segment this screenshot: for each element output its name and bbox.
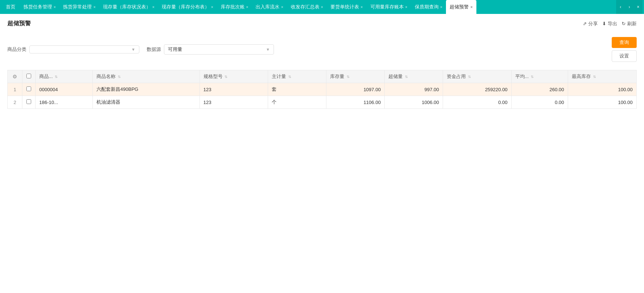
row-select-1[interactable] (26, 99, 31, 104)
nav-close-6[interactable]: × (321, 5, 323, 9)
page-title: 超储预警 (7, 20, 31, 27)
share-icon: ⇗ (583, 21, 587, 26)
sort-icon-stock[interactable]: ⇅ (347, 75, 350, 79)
nav-tab-9[interactable]: 保质期查询 × (411, 0, 446, 14)
filter-bar: 商品分类 ▼ 数据源 可用量 ▼ 查询 设置 (7, 33, 637, 66)
gear-icon[interactable]: ⚙ (12, 74, 17, 79)
nav-tab-2[interactable]: 现存量（库存状况表） × (99, 0, 158, 14)
nav-tab-10[interactable]: 超储预警 × (446, 0, 476, 14)
col-overstock: 超储量 ⇅ (385, 70, 443, 83)
top-nav: 首页 拣货任务管理 × 拣货异常处理 × 现存量（库存状况表） × 现存量（库存… (0, 0, 644, 14)
table-body: 1 0000004 六配套新昌490BPG 123 套 1097.00 997.… (8, 83, 637, 109)
refresh-button[interactable]: ↻ 刷新 (622, 21, 637, 27)
share-button[interactable]: ⇗ 分享 (583, 21, 598, 27)
sort-icon-overstock[interactable]: ⇅ (405, 75, 408, 79)
nav-tab-4[interactable]: 库存批次账 × (217, 0, 252, 14)
row-avg-0: 260.00 (511, 83, 568, 96)
nav-next-button[interactable]: › (625, 0, 634, 14)
export-button[interactable]: ⬇ 导出 (602, 21, 617, 27)
page-content: 超储预警 ⇗ 分享 ⬇ 导出 ↻ 刷新 商品分类 ▼ 数据源 (0, 14, 644, 115)
refresh-icon: ↻ (622, 21, 626, 26)
datasource-label: 数据源 (147, 46, 161, 53)
nav-close-1[interactable]: × (93, 5, 95, 9)
sort-icon-name[interactable]: ⇅ (118, 75, 121, 79)
header-actions: ⇗ 分享 ⬇ 导出 ↻ 刷新 (583, 21, 637, 27)
export-label: 导出 (608, 21, 617, 27)
row-select-0[interactable] (26, 86, 31, 91)
nav-tab-7[interactable]: 要货单统计表 × (327, 0, 366, 14)
table-row: 1 0000004 六配套新昌490BPG 123 套 1097.00 997.… (8, 83, 637, 96)
category-filter: 商品分类 ▼ (7, 45, 139, 53)
nav-close-all-button[interactable]: × (634, 0, 643, 14)
data-table: ⚙ 商品... ⇅ 商品名称 ⇅ 规格型号 ⇅ 主计量 (7, 70, 637, 109)
row-capital-1: 0.00 (443, 96, 511, 109)
row-overstock-1: 1006.00 (385, 96, 443, 109)
row-name-1: 机油滤清器 (93, 96, 200, 109)
nav-close-0[interactable]: × (54, 5, 56, 9)
row-capital-0: 259220.00 (443, 83, 511, 96)
sort-icon-capital[interactable]: ⇅ (468, 75, 471, 79)
row-unit-0: 套 (268, 83, 326, 96)
col-maxstock: 最高库存 ⇅ (568, 70, 637, 83)
nav-tab-1[interactable]: 拣货异常处理 × (59, 0, 99, 14)
row-stock-0: 1097.00 (326, 83, 385, 96)
row-checkbox-0 (22, 83, 36, 96)
nav-tab-0[interactable]: 拣货任务管理 × (20, 0, 59, 14)
nav-close-5[interactable]: × (281, 5, 283, 9)
row-stock-1: 1106.00 (326, 96, 385, 109)
sort-icon-maxstock[interactable]: ⇅ (593, 75, 596, 79)
row-code-0: 0000004 (36, 83, 93, 96)
nav-close-2[interactable]: × (152, 5, 154, 9)
settings-button[interactable]: 设置 (612, 50, 637, 62)
nav-prev-button[interactable]: ‹ (616, 0, 625, 14)
sort-icon-code[interactable]: ⇅ (55, 75, 58, 79)
nav-tab-5[interactable]: 出入库流水 × (252, 0, 287, 14)
nav-close-4[interactable]: × (246, 5, 248, 9)
datasource-select[interactable]: 可用量 ▼ (164, 44, 274, 55)
refresh-label: 刷新 (627, 21, 637, 27)
row-name-0: 六配套新昌490BPG (93, 83, 200, 96)
nav-close-8[interactable]: × (405, 5, 407, 9)
datasource-value: 可用量 (168, 46, 182, 53)
col-capital: 资金占用 ⇅ (443, 70, 511, 83)
col-name: 商品名称 ⇅ (93, 70, 200, 83)
row-maxstock-0: 100.00 (568, 83, 637, 96)
query-button[interactable]: 查询 (612, 37, 637, 48)
col-checkbox (22, 70, 36, 83)
table-header-row: ⚙ 商品... ⇅ 商品名称 ⇅ 规格型号 ⇅ 主计量 (8, 70, 637, 83)
nav-tab-6[interactable]: 收发存汇总表 × (287, 0, 327, 14)
sort-icon-spec[interactable]: ⇅ (224, 75, 227, 79)
share-label: 分享 (588, 21, 598, 27)
row-spec-1: 123 (200, 96, 268, 109)
nav-close-7[interactable]: × (361, 5, 363, 9)
row-overstock-0: 997.00 (385, 83, 443, 96)
nav-close-10[interactable]: × (470, 5, 472, 9)
row-maxstock-1: 100.00 (568, 96, 637, 109)
row-num-0: 1 (8, 83, 22, 96)
col-unit: 主计量 ⇅ (268, 70, 326, 83)
col-code: 商品... ⇅ (36, 70, 93, 83)
nav-close-3[interactable]: × (211, 5, 213, 9)
export-icon: ⬇ (602, 21, 606, 26)
chevron-down-icon: ▼ (131, 47, 135, 52)
sort-icon-unit[interactable]: ⇅ (288, 75, 291, 79)
table-row: 2 186-10... 机油滤清器 123 个 1106.00 1006.00 … (8, 96, 637, 109)
category-select[interactable]: ▼ (29, 45, 139, 53)
row-spec-0: 123 (200, 83, 268, 96)
col-avg: 平均... ⇅ (511, 70, 568, 83)
filter-btn-group: 查询 设置 (612, 37, 637, 62)
sort-icon-avg[interactable]: ⇅ (531, 75, 534, 79)
row-code-1: 186-10... (36, 96, 93, 109)
row-avg-1: 0.00 (511, 96, 568, 109)
row-checkbox-1 (22, 96, 36, 109)
nav-tab-8[interactable]: 可用量库存账本 × (367, 0, 411, 14)
select-all-checkbox[interactable] (26, 74, 31, 78)
page-header: 超储预警 ⇗ 分享 ⬇ 导出 ↻ 刷新 (7, 20, 637, 27)
category-label: 商品分类 (7, 46, 26, 53)
row-unit-1: 个 (268, 96, 326, 109)
nav-arrows: ‹ › × (616, 0, 643, 14)
nav-home[interactable]: 首页 (1, 4, 20, 10)
col-stock: 库存量 ⇅ (326, 70, 385, 83)
nav-tab-3[interactable]: 现存量（库存分布表） × (158, 0, 217, 14)
nav-close-9[interactable]: × (440, 5, 442, 9)
